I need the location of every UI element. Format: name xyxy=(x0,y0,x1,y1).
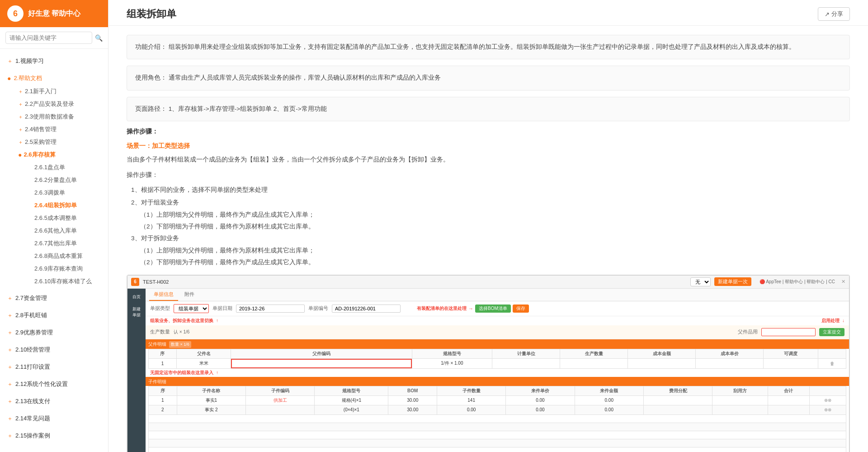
sidebar-item-cost-adjust[interactable]: 2.6.5成本调整单 xyxy=(27,212,108,224)
sidebar-item-mobile[interactable]: ＋ 2.8手机旺铺 xyxy=(0,309,108,322)
mock-num-input[interactable] xyxy=(332,305,401,313)
mock-empty-row5 xyxy=(149,431,846,439)
mock-annotation2: 组装业务、拆卸业务在这里切换 xyxy=(150,318,213,324)
mock-row1-icons[interactable]: ⊕⊗ xyxy=(824,398,831,403)
sidebar-item-inventory[interactable]: ● 2.6库存核算 xyxy=(11,148,108,161)
sidebar-item-coupon[interactable]: ＋ 2.9优惠券管理 xyxy=(0,326,108,339)
sidebar-item-install[interactable]: ＋ 2.2产品安装及登录 xyxy=(11,98,108,110)
sidebar-item-print[interactable]: ＋ 2.11打印设置 xyxy=(0,360,108,374)
sidebar-item-stock-error[interactable]: 2.6.10库存账本错了么 xyxy=(27,275,108,288)
mock-new-btn[interactable]: 新建单据一次 xyxy=(714,277,751,286)
mock-lower-cell-spec2: (0×4)×1 xyxy=(315,405,388,414)
mock-upper-row1: 1 米米 1/件 × 1.00 xyxy=(149,358,846,368)
sidebar-item-custom[interactable]: ＋ 2.12系统个性化设置 xyxy=(0,377,108,391)
mock-bom-btn[interactable]: 选择BOM清单 xyxy=(475,305,511,313)
mock-lower-cell-name2: 事实 2 xyxy=(177,405,245,414)
collapse-icon-inventory: ● xyxy=(18,151,22,158)
sidebar-item-partial-stocktake[interactable]: 2.6.2分量盘点单 xyxy=(27,174,108,186)
step2-sub2: （2）下部明细为子件明细，最终作为原材料生成其它出库单。 xyxy=(140,221,850,233)
mock-lth-bom: BOM xyxy=(388,386,437,395)
mock-lth-seq: 序 xyxy=(149,386,177,395)
search-input[interactable] xyxy=(5,32,92,44)
mock-date-input[interactable] xyxy=(236,305,305,313)
mock-lower-row3 xyxy=(149,414,846,423)
mock-nav-home[interactable]: 自页 xyxy=(132,292,142,302)
sidebar-item-purchase[interactable]: ＋ 2.5采购管理 xyxy=(11,136,108,148)
mock-lower-row2: 2 事实 2 (0×4)×1 30.00 0.00 0.00 0.00 xyxy=(149,405,846,414)
sidebar-item-other-out[interactable]: 2.6.7其他出库单 xyxy=(27,237,108,250)
mock-lth-spec: 规格型号 xyxy=(315,386,388,395)
mock-th-spec: 规格型号 xyxy=(412,349,492,358)
mock-lower-cell-qty1: 141 xyxy=(437,395,506,405)
step3-sub1: （1）上部明细为父件明细，最终作为原材料生成其它出库单； xyxy=(140,245,850,257)
step1: 1、根据不同的业务，选择不同单据的类型来处理 xyxy=(131,184,850,196)
mock-annotation4: 无固定运市中的组装在这里录入 xyxy=(150,370,213,376)
mock-type-select[interactable]: 组装单据 拆卸单据 xyxy=(174,304,209,313)
sidebar-item-cases[interactable]: ＋ 2.15操作案例 xyxy=(0,429,108,442)
mock-row2-icons[interactable]: ⊕⊗ xyxy=(824,407,831,412)
mock-tab-attachment[interactable]: 附件 xyxy=(180,289,199,301)
mock-lth-code: 子件编码 xyxy=(246,386,315,395)
sidebar-item-data-prep[interactable]: ＋ 2.3使用前数据准备 xyxy=(11,110,108,123)
step2-sub1: （1）上部明细为父件明细，最终作为产成品生成其它入库单； xyxy=(140,209,850,221)
mock-annotation3: 启用处理 xyxy=(821,318,840,324)
mock-th-unit: 计量单位 xyxy=(492,349,560,358)
mock-upper-table: 序 父件名 父件编码 规格型号 计量单位 生产数量 成本金额 成本单价 可调度 xyxy=(148,349,846,369)
collapse-icon: ● xyxy=(7,75,11,82)
mock-nav-new[interactable]: 新建单据 xyxy=(132,305,142,320)
mock-th-parent-code: 父件编码 xyxy=(231,349,412,358)
search-icon[interactable]: 🔍 xyxy=(95,34,103,42)
mock-lower-cell-alloc1 xyxy=(643,395,712,405)
scene1-heading: 场景一：加工类型选择 xyxy=(127,142,850,150)
path-box: 页面路径： 1、库存核算->库存管理->组装拆卸单 2、首页->常用功能 xyxy=(127,97,850,121)
mock-confirm-btn[interactable]: 立案提交 xyxy=(819,328,844,336)
mock-lth-amt: 来件金额 xyxy=(575,386,643,395)
sidebar-item-sales[interactable]: ＋ 2.4销售管理 xyxy=(11,123,108,136)
sidebar-item-assembly[interactable]: 2.6.4组装拆卸单 xyxy=(27,199,108,212)
mock-date-label: 单据日期 xyxy=(212,305,232,312)
path-label: 页面路径： xyxy=(135,105,167,112)
expand-icon: ＋ xyxy=(7,415,13,423)
sidebar-item-finance[interactable]: ＋ 2.7资金管理 xyxy=(0,291,108,305)
steps-list: 1、根据不同的业务，选择不同单据的类型来处理 2、对于组装业务 （1）上部明细为… xyxy=(131,184,850,268)
feature-intro-label: 功能介绍： xyxy=(135,43,167,50)
mock-close-icon[interactable]: ✕ xyxy=(841,279,845,285)
sidebar-item-other-in[interactable]: 2.6.6其他入库单 xyxy=(27,224,108,237)
mock-upper-cell-seq: 1 xyxy=(149,358,177,368)
mock-father-input[interactable] xyxy=(761,328,816,336)
logo-icon: 6 xyxy=(7,5,24,22)
mock-app: 6 TEST-H002 无 新建单据一次 🔴 AppTee | 帮助中心 | 帮… xyxy=(127,275,849,452)
expand-icon: ＋ xyxy=(18,114,23,120)
mock-tab-info[interactable]: 单据信息 xyxy=(149,289,178,301)
sidebar-item-stocktake[interactable]: 2.6.1盘点单 xyxy=(27,161,108,174)
mock-logo: 6 xyxy=(131,278,139,286)
sidebar-item-faq[interactable]: ＋ 2.14常见问题 xyxy=(0,412,108,425)
sidebar-item-payment[interactable]: ＋ 2.13在线支付 xyxy=(0,395,108,408)
sidebar-item-ops[interactable]: ＋ 2.10经营管理 xyxy=(0,343,108,357)
mock-th-ops xyxy=(818,349,846,358)
expand-icon: ＋ xyxy=(7,381,13,388)
share-button[interactable]: ↗ 分享 xyxy=(818,7,850,21)
feature-intro-text: 组装拆卸单用来处理企业组装或拆卸等加工业务，支持有固定装配清单的产品加工业务，也… xyxy=(169,43,795,50)
sidebar-item-goods-cost[interactable]: 2.6.8商品成本重算 xyxy=(27,250,108,262)
mock-lower-cell-code1: 供加工 xyxy=(246,395,315,405)
nav-section-finance: ＋ 2.7资金管理 xyxy=(0,290,108,307)
mock-save-btn[interactable]: 保存 xyxy=(513,305,529,313)
mock-lower-cell-op1: ⊕⊗ xyxy=(810,395,846,405)
mock-arrow4: ↑ xyxy=(216,370,218,375)
mock-row-del-icon[interactable]: 🗑 xyxy=(830,361,835,366)
sidebar-item-stock-check[interactable]: 2.6.9库存账本查询 xyxy=(27,262,108,275)
mock-upper-table-wrap: 序 父件名 父件编码 规格型号 计量单位 生产数量 成本金额 成本单价 可调度 xyxy=(146,349,849,369)
mock-upper-cell-cost-price xyxy=(696,358,764,368)
sidebar-item-adjust[interactable]: 2.6.3调拨单 xyxy=(27,186,108,199)
mock-lower-cell-spec1: 规格(4)×1 xyxy=(315,395,388,405)
mock-selector[interactable]: 无 xyxy=(690,277,711,286)
sidebar-item-newcomer[interactable]: ＋ 2.1新手入门 xyxy=(11,85,108,98)
mock-upper-cell-code[interactable] xyxy=(231,358,412,368)
sidebar-item-video[interactable]: ＋ 1.视频学习 xyxy=(0,54,108,68)
mock-upper-count: 数量 × 1/6 xyxy=(169,341,191,348)
search-bar: 🔍 xyxy=(0,27,108,49)
share-icon: ↗ xyxy=(825,11,830,18)
nav-list: ＋ 1.视频学习 ● 2.帮助文档 ＋ 2.1新手入门 ＋ 2.2产品安装及登录 xyxy=(0,49,108,452)
sidebar-item-docs[interactable]: ● 2.帮助文档 xyxy=(0,71,108,85)
